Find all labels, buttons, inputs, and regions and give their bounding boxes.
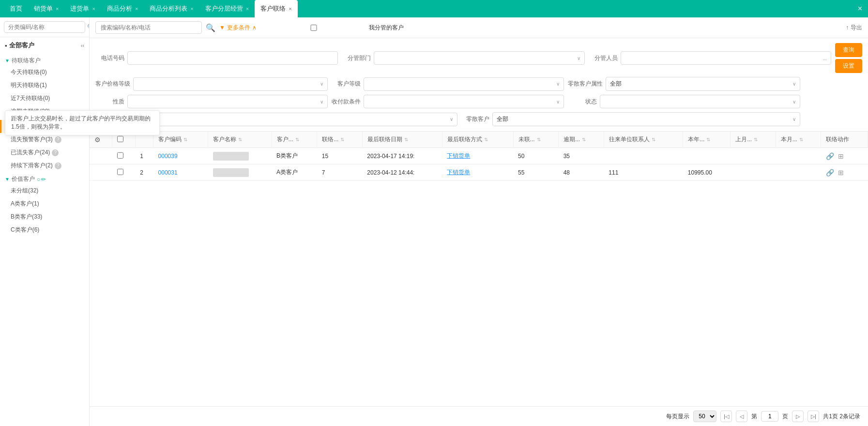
month-sort-icon[interactable]: ⇅ — [799, 137, 803, 142]
sidebar-item-today[interactable]: 今天待联络(0) — [0, 66, 89, 79]
gender-chevron: ∨ — [320, 99, 323, 104]
tab-customer-segment-close[interactable]: × — [246, 6, 249, 12]
last-page-btn[interactable]: ▷| — [807, 411, 819, 422]
retail-customer-select[interactable]: 全部 ∨ — [492, 112, 800, 126]
customer-level-label: 客户等级 — [332, 80, 361, 88]
value-group-edit-icon[interactable]: ○ — [37, 176, 40, 183]
prev-page-btn[interactable]: ◁ — [736, 411, 747, 422]
contact-sort-icon[interactable]: ⇅ — [340, 137, 344, 142]
row1-checkbox[interactable] — [117, 152, 123, 159]
my-customers-checkbox[interactable]: 我分管的客户 — [260, 24, 404, 32]
sidebar-item-class-a[interactable]: A类客户(1) — [0, 197, 89, 210]
status-select[interactable]: ∨ — [600, 95, 800, 108]
tab-analysis[interactable]: 商品分析 × — [101, 0, 144, 17]
first-page-btn[interactable]: |◁ — [720, 411, 732, 422]
next-page-btn[interactable]: ▷ — [792, 411, 804, 422]
overdue-sort-icon[interactable]: ⇅ — [582, 137, 586, 142]
department-label: 分管部门 — [342, 54, 371, 62]
row1-last-method[interactable]: 下销货单 — [442, 148, 513, 164]
type-sort-icon[interactable]: ⇅ — [295, 137, 299, 142]
row2-seq: 2 — [135, 164, 153, 181]
year-sort-icon[interactable]: ⇅ — [706, 137, 710, 142]
unit-sort-icon[interactable]: ⇅ — [652, 137, 655, 142]
search-button[interactable]: 🔍 — [206, 23, 215, 32]
code-sort-icon[interactable]: ⇅ — [183, 137, 187, 142]
tab-home[interactable]: 首页 — [4, 0, 28, 17]
tab-analysis-close[interactable]: × — [135, 6, 138, 12]
value-group-settings-icon[interactable]: ✏ — [41, 176, 46, 183]
row1-uncontacted: 50 — [513, 148, 559, 164]
payment-terms-label: 收付款条件 — [332, 98, 361, 106]
row1-grid-icon[interactable]: ⊞ — [838, 152, 844, 160]
row2-code[interactable]: 000031 — [153, 164, 208, 181]
row1-unit-contact — [604, 148, 683, 164]
sidebar-search-input[interactable] — [4, 21, 85, 33]
row2-last-method[interactable]: 下销货单 — [442, 164, 513, 181]
select-all-checkbox[interactable] — [117, 136, 123, 142]
search-input[interactable] — [95, 21, 202, 34]
gender-select[interactable]: ∨ — [127, 95, 328, 108]
close-all-tabs[interactable]: × — [858, 4, 862, 13]
method-sort-icon[interactable]: ⇅ — [484, 137, 488, 142]
row2-action-icons: 🔗 ⊞ — [826, 169, 863, 176]
filter-retail-customer: 零散客户 全部 ∨ — [460, 112, 800, 126]
uncontacted-sort-icon[interactable]: ⇅ — [537, 137, 541, 142]
retail-attr-label: 零散客户属性 — [568, 80, 603, 88]
date-sort-icon[interactable]: ⇅ — [404, 137, 408, 142]
th-unit-contact: 往来单位联系人 ⇅ — [604, 132, 683, 148]
settings-button[interactable]: 设置 — [835, 59, 862, 73]
action-buttons: 查询 设置 — [835, 43, 862, 73]
row2-checkbox[interactable] — [117, 169, 123, 175]
per-page-select[interactable]: 50 — [693, 411, 716, 422]
row2-link-icon[interactable]: 🔗 — [826, 169, 834, 176]
department-select[interactable]: ∨ — [374, 51, 584, 65]
filter-row-3: 性质 ∨ 收付款条件 ∨ 状态 — [95, 95, 862, 108]
phone-select[interactable] — [127, 51, 338, 65]
page-number-input[interactable] — [761, 411, 778, 422]
tab-analysis-list-close[interactable]: × — [190, 6, 193, 12]
sidebar-item-tomorrow[interactable]: 明天待联络(1) — [0, 79, 89, 92]
price-chevron: ∨ — [320, 81, 323, 87]
tab-purchase[interactable]: 进货单 × — [64, 0, 101, 17]
sidebar-item-class-c[interactable]: C类客户(6) — [0, 223, 89, 236]
row1-checkbox-cell — [112, 148, 136, 164]
name-sort-icon[interactable]: ⇅ — [238, 137, 242, 142]
pagination-bar: 每页显示 50 |◁ ◁ 第 页 ▷ ▷| 共1页 2条记录 — [90, 406, 868, 426]
price-level-select[interactable]: ∨ — [133, 77, 328, 91]
row1-link-icon[interactable]: 🔗 — [826, 152, 834, 160]
tab-customer-contact[interactable]: 客户联络 × — [255, 0, 297, 17]
sidebar-item-declining[interactable]: 持续下滑客户(2) ? — [0, 159, 89, 172]
row2-uncontacted: 55 — [513, 164, 559, 181]
tab-sales-close[interactable]: × — [56, 6, 59, 12]
sidebar-item-ungrouped[interactable]: 未分组(32) — [0, 184, 89, 197]
top-navigation: 首页 销货单 × 进货单 × 商品分析 × 商品分析列表 × 客户分层经营 × … — [0, 0, 868, 17]
sidebar-item-churned[interactable]: 已流失客户(24) ? — [0, 146, 89, 159]
my-customers-check[interactable] — [260, 25, 367, 31]
filter-row-2: 客户价格等级 ∨ 客户等级 ∨ 零散客户属性 全部 — [95, 77, 862, 91]
export-button[interactable]: ↑ 导出 — [846, 24, 862, 32]
tab-customer-contact-close[interactable]: × — [289, 6, 291, 12]
row1-code[interactable]: 000039 — [153, 148, 208, 164]
sidebar-item-class-b[interactable]: B类客户(33) — [0, 210, 89, 223]
manager-select[interactable]: ... — [621, 51, 831, 65]
tab-customer-segment[interactable]: 客户分层经营 × — [199, 0, 255, 17]
sidebar: 🔍 ▪ 全部客户 ‹‹ ▼ 待联络客户 今天待联络(0) 明天待联络(1) 近7… — [0, 17, 90, 426]
row2-grid-icon[interactable]: ⊞ — [838, 169, 844, 176]
more-conditions-btn[interactable]: ▼ 更多条件 ∧ — [219, 24, 257, 32]
all-customers-header[interactable]: ▪ 全部客户 ‹‹ — [0, 37, 89, 54]
table-settings-icon[interactable]: ⚙ — [94, 136, 101, 144]
value-customer-group[interactable]: ▼ 价值客户 ○ ✏ — [0, 172, 89, 184]
last-month-sort-icon[interactable]: ⇅ — [754, 137, 758, 142]
payment-terms-select[interactable]: ∨ — [364, 95, 564, 108]
churned-badge: ? — [52, 149, 59, 156]
tab-purchase-close[interactable]: × — [92, 6, 95, 12]
query-button[interactable]: 查询 — [835, 43, 862, 57]
customer-type-select[interactable]: ∨ — [150, 113, 457, 126]
customer-level-select[interactable]: ∨ — [364, 77, 564, 91]
tab-sales[interactable]: 销货单 × — [28, 0, 64, 17]
pending-contact-group[interactable]: ▼ 待联络客户 — [0, 54, 89, 66]
tab-analysis-list[interactable]: 商品分析列表 × — [144, 0, 199, 17]
sidebar-item-7days[interactable]: 近7天待联络(0) — [0, 92, 89, 105]
retail-attr-select[interactable]: 全部 ∨ — [606, 77, 800, 91]
payment-chevron: ∨ — [556, 99, 560, 104]
